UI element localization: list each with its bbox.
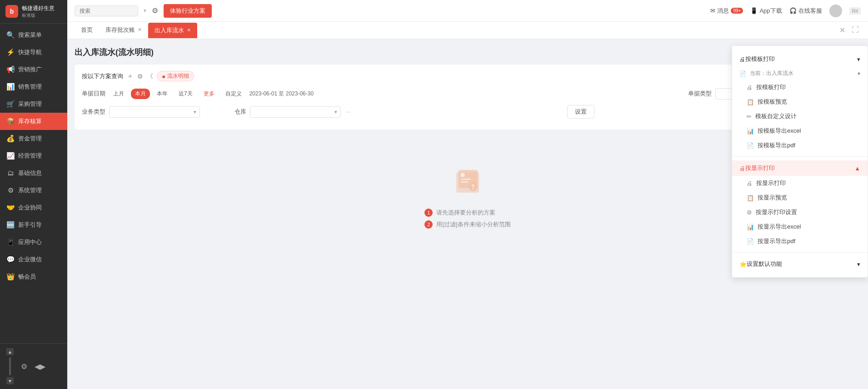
sidebar-item-corp[interactable]: 🤝 企业协同 <box>0 199 67 216</box>
filter-tag-dot: ● <box>162 73 165 80</box>
template-custom-item[interactable]: ✏ 模板自定义设计 <box>732 109 868 124</box>
page-title: 出入库流水(流水明细) <box>75 47 154 58</box>
sidebar-item-sales[interactable]: 📊 销售管理 <box>0 78 67 95</box>
shortcut-this-year[interactable]: 本年 <box>153 89 172 99</box>
tab-batch-close[interactable]: ✕ <box>138 27 142 33</box>
warehouse-select[interactable] <box>250 106 341 118</box>
display-section-chevron: ▲ <box>854 165 860 172</box>
display-preview-icon: 📋 <box>747 194 754 201</box>
tab-expand-icon[interactable]: ⛶ <box>850 24 861 36</box>
empty-step-1: 1 请先选择要分析的方案 <box>424 207 510 219</box>
sidebar-icon-inventory: 📦 <box>6 117 15 125</box>
sidebar-icon-system: ⚙ <box>6 186 15 194</box>
online-service-label: 在线客服 <box>798 7 822 15</box>
online-service-item[interactable]: 🎧 在线客服 <box>789 7 822 15</box>
date-shortcuts: 上月 本月 本年 近7天 更多 自定义 <box>109 89 246 99</box>
shortcut-this-month[interactable]: 本月 <box>131 89 150 99</box>
sidebar-label-apps: 应用中心 <box>18 238 42 246</box>
print-dropdown: 🖨 按模板打印 ▾ 📄 当前：出入库流水 ▾ 🖨 按模板打印 📋 按模板预览 ✏… <box>732 45 868 278</box>
settings-button[interactable]: 设置 <box>567 105 594 119</box>
template-print-header[interactable]: 🖨 按模板打印 ▾ <box>732 51 868 67</box>
headset-icon: 🎧 <box>789 7 797 14</box>
sidebar-label-quick: 快捷导航 <box>18 48 42 56</box>
sidebar-icon-purchase: 🛒 <box>6 100 15 108</box>
sidebar-item-wechat[interactable]: 💬 企业微信 <box>0 251 67 268</box>
warehouse-select-wrapper <box>250 106 341 118</box>
filter-collapse-icon[interactable]: 《 <box>147 72 153 80</box>
sidebar-item-purchase[interactable]: 🛒 采购管理 <box>0 95 67 113</box>
sidebar-item-apps[interactable]: 📱 应用中心 <box>0 234 67 251</box>
printer-icon: 🖨 <box>739 56 745 63</box>
tab-batch[interactable]: 库存批次账 ✕ <box>99 22 148 39</box>
sidebar-item-inventory[interactable]: 📦 库存核算 <box>0 113 67 130</box>
sidebar-label-marketing: 营销推广 <box>18 65 42 74</box>
default-chevron: ▾ <box>857 261 860 268</box>
template-preview-icon: 📋 <box>747 99 754 105</box>
sidebar-icon-finance: 💰 <box>6 135 15 143</box>
shortcut-7days[interactable]: 近7天 <box>175 89 197 99</box>
filter-tag[interactable]: ● 流水明细 <box>157 71 194 81</box>
topbar-right: ✉ 消息 99+ 📱 App下载 🎧 在线客服 Rit <box>710 5 861 17</box>
message-icon: ✉ <box>710 7 715 14</box>
app-download-item[interactable]: 📱 App下载 <box>750 7 782 15</box>
sidebar-item-operation[interactable]: 📈 经营管理 <box>0 147 67 165</box>
default-section-header[interactable]: ⭐ 设置默认功能 ▾ <box>732 256 868 272</box>
empty-icon: ? <box>449 163 486 199</box>
sidebar-item-quick[interactable]: ⚡ 快捷导航 <box>0 44 67 61</box>
app-logo: b 畅捷通好生意 标准版 <box>0 0 67 24</box>
template-excel-icon: 📊 <box>747 128 754 135</box>
industry-solution-button[interactable]: 体验行业方案 <box>164 4 212 18</box>
svg-rect-4 <box>461 181 468 183</box>
message-item[interactable]: ✉ 消息 99+ <box>710 7 743 15</box>
template-preview-item[interactable]: 📋 按模板预览 <box>732 95 868 109</box>
sidebar-item-basic[interactable]: 🗂 基础信息 <box>0 165 67 182</box>
template-pdf-item[interactable]: 📄 按模板导出pdf <box>732 138 868 153</box>
biz-type-select[interactable] <box>109 106 200 118</box>
tab-home[interactable]: 首页 <box>75 22 99 39</box>
topbar-settings-icon[interactable]: ⚙ <box>152 6 158 15</box>
display-preview-item[interactable]: 📋 按显示预览 <box>732 190 868 205</box>
shortcut-more[interactable]: 更多 <box>200 89 219 99</box>
filter-settings-icon[interactable]: ⚙ <box>137 73 143 80</box>
sidebar-item-search[interactable]: 🔍 搜索菜单 <box>0 26 67 44</box>
tab-inout-close[interactable]: ✕ <box>187 27 191 33</box>
sidebar-item-guide[interactable]: 🆕 新手引导 <box>0 216 67 234</box>
template-print-item[interactable]: 🖨 按模板打印 <box>732 80 868 95</box>
tab-close-all-icon[interactable]: ✕ <box>838 24 847 36</box>
shortcut-custom[interactable]: 自定义 <box>221 89 246 99</box>
step-1-text: 请先选择要分析的方案 <box>436 207 495 219</box>
user-avatar[interactable] <box>829 5 842 17</box>
warehouse-more-icon[interactable]: ··· <box>346 109 351 115</box>
app-edition: 标准版 <box>22 12 55 19</box>
display-settings-item[interactable]: ⚙ 按显示打印设置 <box>732 205 868 219</box>
warehouse-label: 仓库 <box>234 108 246 116</box>
scroll-down-btn[interactable]: ▼ <box>6 377 14 384</box>
display-print-header[interactable]: 🖨 按显示打印 ▲ <box>732 160 868 176</box>
sidebar-label-inventory: 库存核算 <box>18 117 42 125</box>
display-excel-item[interactable]: 📊 按显示导出excel <box>732 219 868 234</box>
search-input[interactable] <box>75 5 138 16</box>
display-pdf-item[interactable]: 📄 按显示导出pdf <box>732 234 868 249</box>
filter-tag-label: 流水明细 <box>167 72 189 80</box>
collapse-sidebar-icon[interactable]: ◀▶ <box>35 362 45 371</box>
tab-inout[interactable]: 出入库流水 ✕ <box>148 23 197 38</box>
default-section: ⭐ 设置默认功能 ▾ <box>732 254 868 274</box>
scroll-up-btn[interactable]: ▲ <box>6 348 14 355</box>
app-download-label: App下载 <box>759 7 782 15</box>
sidebar-icon-operation: 📈 <box>6 152 15 160</box>
template-excel-item[interactable]: 📊 按模板导出excel <box>732 124 868 138</box>
display-printer-icon: 🖨 <box>739 165 745 172</box>
current-chevron: ▾ <box>858 70 860 77</box>
sidebar-icon-basic: 🗂 <box>6 169 15 177</box>
sidebar-item-marketing[interactable]: 📢 营销推广 <box>0 61 67 78</box>
settings-footer-icon[interactable]: ⚙ <box>21 362 27 371</box>
sidebar-item-finance[interactable]: 💰 资金管理 <box>0 130 67 147</box>
sidebar-item-member[interactable]: 👑 畅会员 <box>0 268 67 285</box>
sidebar-icon-member: 👑 <box>6 273 15 281</box>
shortcut-last-month[interactable]: 上月 <box>109 89 128 99</box>
sidebar-icon-guide: 🆕 <box>6 221 15 229</box>
logo-text-block: 畅捷通好生意 标准版 <box>22 5 55 19</box>
add-filter-icon[interactable]: ＋ <box>127 72 134 80</box>
sidebar-item-system[interactable]: ⚙ 系统管理 <box>0 182 67 199</box>
display-print-item[interactable]: 🖨 按显示打印 <box>732 176 868 190</box>
